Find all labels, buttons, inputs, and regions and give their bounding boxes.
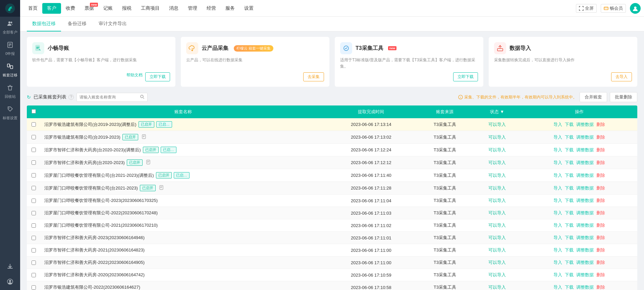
search-button[interactable] xyxy=(137,93,147,101)
action-下载[interactable]: 下载 xyxy=(565,147,574,152)
action-导入[interactable]: 导入 xyxy=(553,210,562,215)
sidebar-item-账套迁移[interactable]: 账套迁移 xyxy=(0,60,20,81)
row-checkbox[interactable] xyxy=(32,199,36,203)
action-调整数据[interactable]: 调整数据 xyxy=(576,160,594,165)
fullscreen-button[interactable]: 全屏 xyxy=(576,4,597,13)
action-导入[interactable]: 导入 xyxy=(553,260,562,265)
row-checkbox[interactable] xyxy=(32,223,36,228)
user-avatar[interactable] xyxy=(630,3,641,14)
action-导入[interactable]: 导入 xyxy=(553,223,562,228)
action-调整数据[interactable]: 调整数据 xyxy=(576,272,594,277)
action-导入[interactable]: 导入 xyxy=(553,285,562,290)
vip-button[interactable]: 畅会员 xyxy=(601,4,626,13)
action-下载[interactable]: 下载 xyxy=(565,198,574,203)
row-checkbox[interactable] xyxy=(32,211,36,215)
row-extra-icon[interactable] xyxy=(142,134,146,140)
row-checkbox[interactable] xyxy=(32,135,36,139)
action-导入[interactable]: 导入 xyxy=(553,272,562,277)
action-下载[interactable]: 下载 xyxy=(565,223,574,228)
action-导入[interactable]: 导入 xyxy=(553,147,562,152)
row-checkbox[interactable] xyxy=(32,160,36,165)
nav-operation[interactable]: 经营 xyxy=(202,0,221,17)
row-checkbox[interactable] xyxy=(32,261,36,265)
row-checkbox[interactable] xyxy=(32,248,36,252)
nav-settings[interactable]: 设置 xyxy=(239,0,258,17)
action-调整数据[interactable]: 调整数据 xyxy=(576,260,594,265)
action-删除[interactable]: 删除 xyxy=(596,122,605,127)
action-调整数据[interactable]: 调整数据 xyxy=(576,173,594,178)
card-import-btn[interactable]: 去导入 xyxy=(611,72,632,81)
action-删除[interactable]: 删除 xyxy=(596,147,605,152)
row-extra-icon[interactable] xyxy=(146,160,151,165)
action-下载[interactable]: 下载 xyxy=(565,173,574,178)
action-下载[interactable]: 下载 xyxy=(565,247,574,252)
nav-customer[interactable]: 客户 xyxy=(42,3,61,14)
card-help-link[interactable]: 帮助文档 xyxy=(126,72,143,81)
action-调整数据[interactable]: 调整数据 xyxy=(576,235,594,240)
action-导入[interactable]: 导入 xyxy=(553,247,562,252)
action-调整数据[interactable]: 调整数据 xyxy=(576,247,594,252)
action-导入[interactable]: 导入 xyxy=(553,186,562,191)
tab-audit-export[interactable]: 审计文件导出 xyxy=(93,17,132,31)
action-删除[interactable]: 删除 xyxy=(596,198,605,203)
action-下载[interactable]: 下载 xyxy=(565,160,574,165)
nav-tax[interactable]: 报税 xyxy=(117,0,136,17)
action-删除[interactable]: 删除 xyxy=(596,173,605,178)
action-调整数据[interactable]: 调整数据 xyxy=(576,210,594,215)
action-下载[interactable]: 下载 xyxy=(565,285,574,290)
action-调整数据[interactable]: 调整数据 xyxy=(576,198,594,203)
card-download-btn-xiaochangzhang[interactable]: 立即下载 xyxy=(145,72,170,81)
action-导入[interactable]: 导入 xyxy=(553,135,562,140)
action-下载[interactable]: 下载 xyxy=(565,186,574,191)
action-调整数据[interactable]: 调整数据 xyxy=(576,122,594,127)
action-删除[interactable]: 删除 xyxy=(596,272,605,277)
nav-fee[interactable]: 收费 xyxy=(61,0,80,17)
row-checkbox[interactable] xyxy=(32,148,36,152)
row-checkbox[interactable] xyxy=(32,122,36,127)
batch-delete-button[interactable]: 批量删除 xyxy=(610,92,637,102)
sidebar-item-user[interactable] xyxy=(7,275,13,290)
action-下载[interactable]: 下载 xyxy=(565,235,574,240)
sidebar-item-申报[interactable]: 0申报 xyxy=(0,38,20,60)
action-下载[interactable]: 下载 xyxy=(565,135,574,140)
nav-invoice[interactable]: 票据 new xyxy=(80,0,99,17)
action-删除[interactable]: 删除 xyxy=(596,160,605,165)
refresh-icon[interactable]: ↻ xyxy=(27,94,31,100)
tab-data-migration[interactable]: 数据包迁移 xyxy=(27,17,61,31)
action-删除[interactable]: 删除 xyxy=(596,260,605,265)
action-删除[interactable]: 删除 xyxy=(596,135,605,140)
action-删除[interactable]: 删除 xyxy=(596,210,605,215)
row-checkbox[interactable] xyxy=(32,186,36,190)
action-删除[interactable]: 删除 xyxy=(596,247,605,252)
action-导入[interactable]: 导入 xyxy=(553,122,562,127)
nav-service[interactable]: 服务 xyxy=(221,0,239,17)
sidebar-item-回收站[interactable]: 回收站 xyxy=(0,81,20,102)
action-导入[interactable]: 导入 xyxy=(553,160,562,165)
row-checkbox[interactable] xyxy=(32,285,36,290)
row-checkbox[interactable] xyxy=(32,173,36,177)
row-extra-icon[interactable] xyxy=(159,185,164,191)
action-导入[interactable]: 导入 xyxy=(553,173,562,178)
action-删除[interactable]: 删除 xyxy=(596,186,605,191)
card-download-btn-t3[interactable]: 立即下载 xyxy=(453,72,478,81)
row-checkbox[interactable] xyxy=(32,273,36,277)
card-collect-btn[interactable]: 去采集 xyxy=(303,72,324,81)
action-下载[interactable]: 下载 xyxy=(565,122,574,127)
sidebar-item-all-clients[interactable]: 全部客户 xyxy=(0,17,20,38)
action-调整数据[interactable]: 调整数据 xyxy=(576,186,594,191)
action-导入[interactable]: 导入 xyxy=(553,235,562,240)
action-调整数据[interactable]: 调整数据 xyxy=(576,223,594,228)
row-checkbox[interactable] xyxy=(32,236,36,240)
action-删除[interactable]: 删除 xyxy=(596,223,605,228)
select-all-checkbox[interactable] xyxy=(32,109,36,114)
search-input[interactable] xyxy=(77,93,137,101)
help-icon[interactable]: ? xyxy=(68,94,74,100)
sidebar-item-标签设置[interactable]: 标签设置 xyxy=(0,102,20,124)
action-调整数据[interactable]: 调整数据 xyxy=(576,285,594,290)
nav-business[interactable]: 工商项目 xyxy=(136,0,164,17)
nav-home[interactable]: 首页 xyxy=(23,0,42,17)
sidebar-item-download[interactable] xyxy=(7,260,13,275)
nav-message[interactable]: 消息 xyxy=(164,0,183,17)
nav-manage[interactable]: 管理 xyxy=(183,0,202,17)
tab-backup-migration[interactable]: 备份迁移 xyxy=(62,17,92,31)
